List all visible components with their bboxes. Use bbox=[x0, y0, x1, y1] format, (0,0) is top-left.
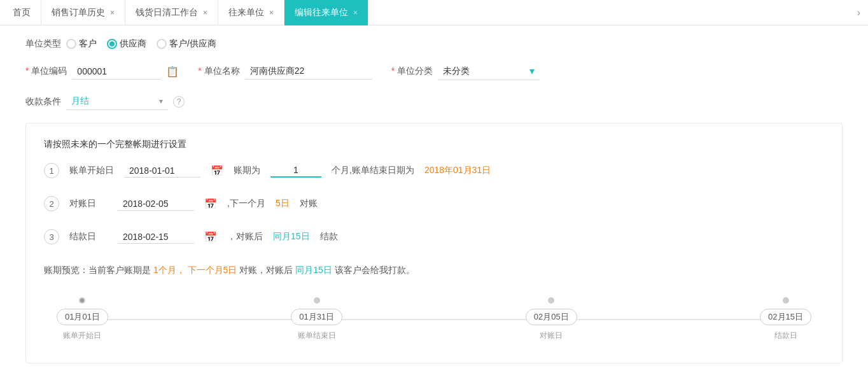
unit-code-label: 单位编码 bbox=[25, 66, 67, 77]
preview-suffix: 该客户会给我打款。 bbox=[335, 265, 415, 275]
timeline-point-3: 02月05日 对账日 bbox=[526, 297, 577, 341]
step-3-prefix: ，对账后 bbox=[227, 231, 263, 243]
calendar-icon-3[interactable]: 📅 bbox=[204, 231, 217, 243]
preview-middle: 对账，对账后 bbox=[239, 265, 293, 275]
preview-part1: 1个月， bbox=[153, 265, 185, 275]
step-date-1: 2018-01-01 bbox=[124, 164, 200, 178]
unit-class-arrow-icon: ▾ bbox=[529, 65, 535, 77]
radio-both[interactable]: 客户/供应商 bbox=[157, 38, 216, 50]
calendar-icon-2[interactable]: 📅 bbox=[204, 198, 217, 210]
step-period-end: 2018年01月31日 bbox=[424, 165, 491, 176]
step-label-2: 对账日 bbox=[69, 198, 108, 209]
main-content: 单位类型 客户 供应商 客户/供应商 单位编码 📋 bbox=[0, 25, 868, 387]
step-label-3: 结款日 bbox=[69, 231, 108, 243]
tl-dot-1 bbox=[79, 297, 85, 304]
tab-cash-daily-label: 钱货日清工作台 bbox=[136, 7, 198, 18]
radio-customer[interactable]: 客户 bbox=[66, 38, 97, 50]
unit-code-group: 单位编码 📋 bbox=[25, 64, 179, 80]
unit-class-label: 单位分类 bbox=[391, 66, 433, 77]
preview-part3: 同月15日 bbox=[295, 265, 332, 275]
step-3-highlight: 同月15日 bbox=[273, 231, 310, 243]
unit-name-group: 单位名称 bbox=[198, 64, 372, 80]
tl-label-2: 账单结束日 bbox=[298, 330, 336, 341]
radio-both-circle bbox=[157, 39, 167, 49]
tab-home-label: 首页 bbox=[13, 7, 31, 18]
tab-edit-related-unit-label: 编辑往来单位 bbox=[295, 7, 348, 18]
unit-type-row: 单位类型 客户 供应商 客户/供应商 bbox=[25, 38, 843, 50]
step-2-after: 对账 bbox=[300, 198, 318, 209]
radio-customer-circle bbox=[66, 39, 76, 49]
radio-group: 客户 供应商 客户/供应商 bbox=[66, 38, 216, 50]
step-row-1: 1 账单开始日 2018-01-01 📅 账期为 个月,账单结束日期为 2018… bbox=[44, 163, 824, 178]
tab-edit-related-unit[interactable]: 编辑往来单位 × bbox=[284, 0, 368, 25]
tl-dot-3 bbox=[548, 297, 554, 304]
preview-part2: 下一个月5日 bbox=[188, 265, 237, 275]
card-title: 请按照未来的一个完整帐期进行设置 bbox=[44, 139, 824, 150]
timeline-point-1: 01月01日 账单开始日 bbox=[57, 297, 108, 341]
tab-home[interactable]: 首页 bbox=[0, 0, 41, 25]
tab-cash-daily-close[interactable]: × bbox=[203, 8, 207, 17]
timeline-point-4: 02月15日 结款日 bbox=[760, 297, 811, 341]
tl-label-3: 对账日 bbox=[540, 330, 563, 341]
tl-badge-4: 02月15日 bbox=[760, 309, 811, 325]
payment-terms-help-icon[interactable]: ? bbox=[173, 96, 185, 108]
payment-terms-label: 收款条件 bbox=[25, 96, 61, 108]
calendar-icon-1[interactable]: 📅 bbox=[211, 165, 223, 177]
tab-sales-history-label: 销售订单历史 bbox=[52, 7, 105, 18]
timeline-point-2: 01月31日 账单结束日 bbox=[291, 297, 342, 341]
tab-more-arrow[interactable]: › bbox=[850, 7, 868, 18]
tl-label-4: 结款日 bbox=[774, 330, 797, 341]
payment-terms-value: 月结 bbox=[71, 95, 89, 107]
step-number-2: 2 bbox=[44, 196, 59, 211]
step-2-highlight: 5日 bbox=[276, 198, 290, 209]
step-date-2: 2018-02-05 bbox=[118, 197, 194, 211]
payment-terms-group: 收款条件 月结 ▾ ? bbox=[25, 93, 185, 110]
timeline-points: 01月01日 账单开始日 01月31日 账单结束日 02月05日 对账日 bbox=[57, 297, 811, 341]
period-input[interactable] bbox=[270, 164, 321, 178]
settings-card: 请按照未来的一个完整帐期进行设置 1 账单开始日 2018-01-01 📅 账期… bbox=[25, 123, 843, 363]
step-label-1: 账单开始日 bbox=[69, 165, 114, 176]
tab-related-unit[interactable]: 往来单位 × bbox=[218, 0, 284, 25]
unit-class-select[interactable]: 未分类 ▾ bbox=[438, 62, 540, 80]
payment-terms-row: 收款条件 月结 ▾ ? bbox=[25, 93, 843, 110]
payment-terms-arrow-icon: ▾ bbox=[159, 97, 163, 106]
payment-terms-select[interactable]: 月结 ▾ bbox=[66, 93, 168, 110]
unit-info-row: 单位编码 📋 单位名称 单位分类 未分类 ▾ bbox=[25, 62, 843, 80]
radio-customer-label: 客户 bbox=[79, 38, 97, 50]
tab-edit-related-unit-close[interactable]: × bbox=[353, 8, 358, 17]
tl-badge-3: 02月05日 bbox=[526, 309, 577, 325]
radio-supplier[interactable]: 供应商 bbox=[107, 38, 146, 50]
tl-dot-4 bbox=[783, 297, 789, 304]
step-period-label: 账期为 bbox=[234, 165, 260, 176]
tl-label-1: 账单开始日 bbox=[63, 330, 101, 341]
preview-prefix: 账期预览：当前客户账期是 bbox=[44, 265, 151, 275]
unit-type-group: 单位类型 客户 供应商 客户/供应商 bbox=[25, 38, 216, 50]
unit-name-input[interactable] bbox=[245, 64, 372, 80]
tl-badge-2: 01月31日 bbox=[291, 309, 342, 325]
tab-sales-history[interactable]: 销售订单历史 × bbox=[41, 0, 125, 25]
radio-supplier-label: 供应商 bbox=[120, 38, 146, 50]
radio-both-label: 客户/供应商 bbox=[169, 38, 216, 50]
timeline-wrapper: 01月01日 账单开始日 01月31日 账单结束日 02月05日 对账日 bbox=[44, 291, 824, 348]
unit-code-doc-icon[interactable]: 📋 bbox=[166, 66, 179, 78]
unit-name-label: 单位名称 bbox=[198, 66, 239, 77]
step-number-3: 3 bbox=[44, 229, 59, 244]
step-number-1: 1 bbox=[44, 163, 59, 178]
unit-class-group: 单位分类 未分类 ▾ bbox=[391, 62, 540, 80]
unit-code-input[interactable] bbox=[72, 64, 161, 80]
tab-related-unit-label: 往来单位 bbox=[228, 7, 264, 18]
step-row-3: 3 结款日 2018-02-15 📅 ，对账后 同月15日 结款 bbox=[44, 229, 824, 244]
step-row-2: 2 对账日 2018-02-05 📅 ,下一个月 5日 对账 bbox=[44, 196, 824, 211]
tab-related-unit-close[interactable]: × bbox=[269, 8, 274, 17]
unit-type-label: 单位类型 bbox=[25, 38, 61, 50]
radio-supplier-circle bbox=[107, 39, 117, 49]
step-date-3: 2018-02-15 bbox=[118, 230, 194, 244]
preview-text: 账期预览：当前客户账期是 1个月， 下一个月5日 对账，对账后 同月15日 该客… bbox=[44, 262, 824, 278]
tl-badge-1: 01月01日 bbox=[57, 309, 108, 325]
tab-bar: 首页 销售订单历史 × 钱货日清工作台 × 往来单位 × 编辑往来单位 × › bbox=[0, 0, 868, 25]
tab-cash-daily[interactable]: 钱货日清工作台 × bbox=[125, 0, 218, 25]
tl-dot-2 bbox=[314, 297, 320, 304]
tab-sales-history-close[interactable]: × bbox=[110, 8, 115, 17]
step-period-unit: 个月,账单结束日期为 bbox=[332, 165, 414, 176]
step-3-after: 结款 bbox=[320, 231, 338, 243]
